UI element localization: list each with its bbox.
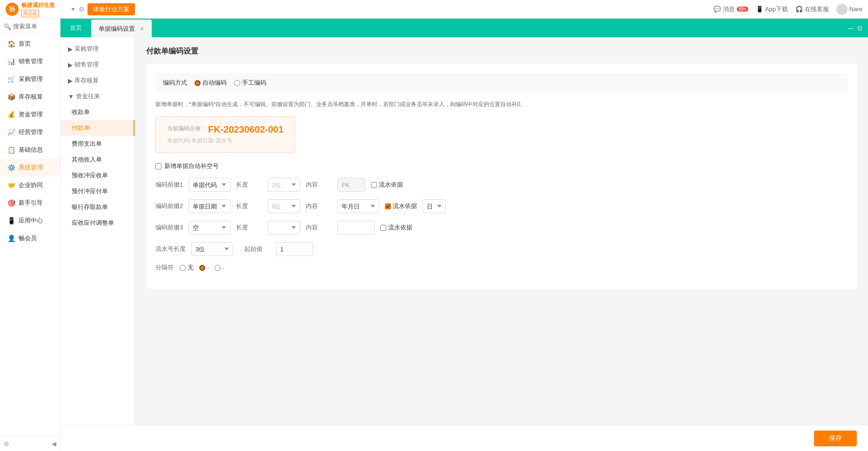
separator-dot-label[interactable]: · <box>215 264 224 271</box>
separator-dot-radio[interactable] <box>215 265 221 271</box>
sidebar-item-member[interactable]: 👤 畅会员 <box>0 229 60 247</box>
separator-dash-radio[interactable] <box>199 265 205 271</box>
separator-dash-text: · <box>207 264 209 271</box>
settings-card: 编码方式 自动编码 手工编码 <box>146 64 857 289</box>
prefix2-content-select[interactable]: 年月日 <box>337 199 379 213</box>
sub-sidebar-item-income[interactable]: 其他收入单 <box>61 152 135 168</box>
sub-sidebar-item-prepay-receivable[interactable]: 预收冲应收单 <box>61 168 135 183</box>
tab-coding-settings[interactable]: 单据编码设置 ✕ <box>91 20 152 38</box>
sub-sidebar-item-prepay-payable[interactable]: 预付冲应付单 <box>61 183 135 199</box>
sidebar-item-operation[interactable]: 📈 经营管理 <box>0 123 60 141</box>
sub-sidebar-group-purchase: ▶ 采购管理 <box>61 41 135 57</box>
auto-fill-checkbox[interactable] <box>155 163 161 169</box>
start-value-input[interactable] <box>276 242 313 256</box>
serial-length-select[interactable]: 3位 <box>191 242 233 256</box>
separator-none-radio[interactable] <box>180 265 186 271</box>
separator-label: 分隔符 <box>155 263 174 272</box>
sidebar-item-guide[interactable]: 🎯 新手引导 <box>0 194 60 212</box>
prefix3-label: 编码前缀3 <box>155 223 183 232</box>
prefix1-select[interactable]: 单据代码 <box>188 178 230 192</box>
prefix2-content-label: 内容 <box>306 202 332 210</box>
radio-auto-code-label: 自动编码 <box>202 79 227 87</box>
collapse-icon[interactable]: ◀ <box>52 440 56 447</box>
sales-icon: 📊 <box>7 58 15 65</box>
prefix1-serial-label[interactable]: 流水依据 <box>371 181 403 189</box>
tab-close-icon[interactable]: ✕ <box>140 26 144 32</box>
prefix1-serial-checkbox[interactable] <box>371 182 377 188</box>
prefix2-length-select[interactable]: 8位 <box>268 199 300 213</box>
radio-manual-code[interactable]: 手工编码 <box>234 79 266 87</box>
sub-sidebar-item-receipt[interactable]: 收款单 <box>61 104 135 120</box>
save-button[interactable]: 保存 <box>814 431 857 446</box>
sidebar-item-basic[interactable]: 📋 基础信息 <box>0 141 60 159</box>
tab-home[interactable]: 首页 <box>61 19 91 37</box>
sidebar-item-label: 企业协同 <box>19 181 43 189</box>
preview-desc: 单据代码-单据日期-流水号 <box>167 137 283 145</box>
prefix3-serial-checkbox[interactable] <box>380 225 386 231</box>
logo-text: 畅捷通好生意 搭品版 <box>21 1 55 17</box>
sub-sidebar-group-sales-title[interactable]: ▶ 销售管理 <box>61 57 135 73</box>
sidebar-item-sales[interactable]: 📊 销售管理 <box>0 53 60 70</box>
separator-none-label[interactable]: 无 <box>180 263 194 272</box>
sidebar-item-inventory[interactable]: 📦 库存核算 <box>0 88 60 106</box>
group-label: 销售管理 <box>74 61 99 69</box>
sidebar-item-fund[interactable]: 💰 资金管理 <box>0 106 60 123</box>
sidebar-item-home[interactable]: 🏠 首页 <box>0 35 60 53</box>
sub-sidebar-group-inventory-title[interactable]: ▶ 库存核算 <box>61 73 135 88</box>
prefix2-serial-checkbox[interactable] <box>385 203 391 209</box>
prefix3-length-select[interactable] <box>268 221 300 235</box>
sub-sidebar-item-ar-adjust[interactable]: 应收应付调整单 <box>61 215 135 231</box>
nav-dropdown[interactable]: ▼ <box>70 6 76 13</box>
tab-bar-right: — ⊡ <box>848 25 868 32</box>
sidebar-item-enterprise[interactable]: 🤝 企业协同 <box>0 176 60 194</box>
separator-dash-label[interactable]: · <box>199 264 209 271</box>
app-download-button[interactable]: 📱 App下载 <box>756 5 788 13</box>
inventory-icon: 📦 <box>7 93 15 101</box>
home-icon: 🏠 <box>7 40 15 47</box>
chevron-right-icon: ▶ <box>68 61 73 68</box>
sub-sidebar-item-expense[interactable]: 费用支出单 <box>61 136 135 152</box>
radio-manual-code-input[interactable] <box>234 80 240 86</box>
prefix1-length-select[interactable]: 2位 <box>268 178 300 192</box>
sidebar-item-purchase[interactable]: 🛒 采购管理 <box>0 70 60 88</box>
sub-sidebar-item-payment[interactable]: 付款单 <box>61 120 135 136</box>
sidebar-item-label: 资金管理 <box>19 110 43 119</box>
purchase-icon: 🛒 <box>7 75 15 83</box>
prefix2-serial-text: 流水依据 <box>393 202 417 210</box>
sub-sidebar-item-bank-deposit[interactable]: 银行存取款单 <box>61 199 135 215</box>
settings-icon[interactable]: ⚙ <box>79 6 85 13</box>
prefix1-serial-text: 流水依据 <box>379 181 403 189</box>
experience-button[interactable]: 体验行业方案 <box>87 3 135 15</box>
service-icon: 🎧 <box>795 6 803 13</box>
prefix2-period-select[interactable]: 日 <box>423 199 446 213</box>
prefix3-select[interactable]: 空 <box>188 221 230 235</box>
tab-maximize-icon[interactable]: ⊡ <box>857 25 862 32</box>
sidebar-nav: 🏠 首页 📊 销售管理 🛒 采购管理 📦 库存核算 💰 资金管理 📈 经 <box>0 35 60 436</box>
auto-fill-row: 新增单据自动补空号 <box>155 162 848 170</box>
sub-sidebar-group-purchase-title[interactable]: ▶ 采购管理 <box>61 41 135 57</box>
form-row-prefix2: 编码前缀2 单据日期 长度 8位 内容 年月日 <box>155 199 848 213</box>
tab-minimize-icon[interactable]: — <box>848 25 854 32</box>
online-service-button[interactable]: 🎧 在线客服 <box>795 5 829 13</box>
app-download-label: App下载 <box>765 5 788 13</box>
prefix2-select[interactable]: 单据日期 <box>188 199 230 213</box>
radio-auto-code[interactable]: 自动编码 <box>195 79 227 87</box>
radio-auto-code-input[interactable] <box>195 80 201 86</box>
sidebar-item-system[interactable]: ⚙️ 系统管理 <box>0 159 60 176</box>
message-button[interactable]: 💬 消息 99+ <box>713 5 748 13</box>
prefix2-label: 编码前缀2 <box>155 202 183 210</box>
settings-bottom-icon[interactable]: ⚙ <box>4 440 9 447</box>
sub-sidebar-group-fund-title[interactable]: ▼ 资金往来 <box>61 88 135 104</box>
prefix2-serial-label[interactable]: 流水依据 <box>385 202 417 210</box>
sidebar-item-appcenter[interactable]: 📱 应用中心 <box>0 212 60 229</box>
prefix3-content-input[interactable] <box>337 221 375 235</box>
search-icon: 🔍 <box>4 23 11 30</box>
logo-badge: 搭品版 <box>21 10 39 17</box>
sidebar-item-label: 新手引导 <box>19 199 43 207</box>
message-label: 消息 <box>723 5 735 13</box>
sidebar-search[interactable]: 🔍 搜索菜单 <box>0 19 60 35</box>
appcenter-icon: 📱 <box>7 217 15 224</box>
user-info[interactable]: Nare <box>836 4 862 15</box>
separator-none-text: 无 <box>188 263 194 272</box>
prefix3-serial-label[interactable]: 流水依据 <box>380 223 412 232</box>
